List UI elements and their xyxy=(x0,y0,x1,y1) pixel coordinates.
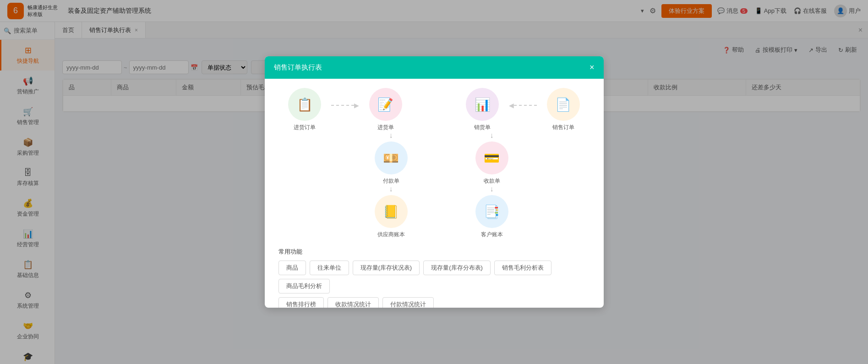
modal-title: 销售订单执行表 xyxy=(274,63,590,72)
supplier-book-icon: 📒 xyxy=(383,204,399,219)
common-btns-row1: 商品 往来单位 现存量(库存状况表) 现存量(库存分布表) 销售毛利分析表 商品… xyxy=(278,261,590,293)
purchase-bill-icon: 📝 xyxy=(377,97,393,112)
flow-col-sales-order: 📄 销售订单 xyxy=(537,88,590,131)
payment-out-icon: 💴 xyxy=(383,151,399,166)
flow-col-payment-in: 💳 收款单 xyxy=(464,141,519,185)
common-btn-sales-profit[interactable]: 销售毛利分析表 xyxy=(494,261,551,275)
purchase-bill-label: 进货单 xyxy=(377,124,394,131)
arrow-right-1: ▶ xyxy=(331,102,359,118)
common-btn-stock-dist[interactable]: 现存量(库存分布表) xyxy=(423,261,491,275)
sales-order-icon: 📄 xyxy=(555,97,571,112)
purchase-order-circle: 📋 xyxy=(288,88,321,121)
arrow-down-purchase: ↓ xyxy=(364,131,419,140)
modal-overlay[interactable]: 销售订单执行表 × 📋 进货订单 ▶ xyxy=(0,0,868,364)
purchase-order-icon: 📋 xyxy=(297,97,313,112)
common-functions-title: 常用功能 xyxy=(278,248,590,256)
purchase-order-label: 进货订单 xyxy=(294,124,316,131)
payment-in-label: 收款单 xyxy=(484,177,500,185)
flow-col-customer-book: 📑 客户账本 xyxy=(464,195,519,239)
common-btn-receipt-stats[interactable]: 收款情况统计 xyxy=(328,297,379,308)
payment-out-circle: 💴 xyxy=(375,141,408,174)
sales-bill-icon: 📊 xyxy=(475,97,491,112)
arrow-down-sales: ↓ xyxy=(464,131,519,140)
flow-section: 📋 进货订单 ▶ 📝 进货单 xyxy=(278,88,590,239)
flow-col-sales-bill: 📊 销货单 xyxy=(456,88,509,131)
flow-col-purchase-bill: 📝 进货单 xyxy=(359,88,412,131)
payment-in-icon: 💳 xyxy=(484,151,500,166)
common-btn-stock-status[interactable]: 现存量(库存状况表) xyxy=(353,261,420,275)
modal-close-btn[interactable]: × xyxy=(590,63,595,72)
sales-bill-label: 销货单 xyxy=(474,124,491,131)
supplier-book-label: 供应商账本 xyxy=(377,231,405,239)
common-btn-partner[interactable]: 往来单位 xyxy=(310,261,349,275)
flow-col-supplier-book: 📒 供应商账本 xyxy=(364,195,419,239)
modal-body: 📋 进货订单 ▶ 📝 进货单 xyxy=(265,79,604,308)
common-btn-sales-rank[interactable]: 销售排行榜 xyxy=(278,297,324,308)
common-btn-payment-stats[interactable]: 付款情况统计 xyxy=(382,297,434,308)
arrow-left-1: ◀ xyxy=(509,102,537,118)
flow-row-arrows2: ↓ ↓ xyxy=(278,185,590,193)
payment-in-circle: 💳 xyxy=(475,141,508,174)
modal-header: 销售订单执行表 × xyxy=(265,56,604,79)
arrow-down-payment-in: ↓ xyxy=(464,185,519,193)
purchase-bill-circle: 📝 xyxy=(369,88,402,121)
flow-row-2: 💴 付款单 💳 收款单 xyxy=(278,141,590,185)
common-btn-product[interactable]: 商品 xyxy=(278,261,306,275)
common-btns-row2: 销售排行榜 收款情况统计 付款情况统计 xyxy=(278,297,590,308)
common-btn-product-profit[interactable]: 商品毛利分析 xyxy=(278,279,330,293)
common-functions-section: 常用功能 商品 往来单位 现存量(库存状况表) 现存量(库存分布表) 销售毛利分… xyxy=(278,248,590,308)
flow-row-arrows: ↓ ↓ xyxy=(278,131,590,140)
customer-book-label: 客户账本 xyxy=(481,231,503,239)
supplier-book-circle: 📒 xyxy=(375,195,408,228)
sales-bill-circle: 📊 xyxy=(466,88,499,121)
payment-out-label: 付款单 xyxy=(383,177,399,185)
flow-row-3: 📒 供应商账本 📑 客户账本 xyxy=(278,195,590,239)
customer-book-circle: 📑 xyxy=(475,195,508,228)
sales-order-label: 销售订单 xyxy=(552,124,574,131)
flow-col-payment-out: 💴 付款单 xyxy=(364,141,419,185)
customer-book-icon: 📑 xyxy=(484,204,500,219)
modal: 销售订单执行表 × 📋 进货订单 ▶ xyxy=(265,56,604,308)
flow-col-purchase-order: 📋 进货订单 xyxy=(278,88,331,131)
flow-row-1: 📋 进货订单 ▶ 📝 进货单 xyxy=(278,88,590,131)
sales-order-circle: 📄 xyxy=(547,88,580,121)
arrow-down-payment-out: ↓ xyxy=(364,185,419,193)
